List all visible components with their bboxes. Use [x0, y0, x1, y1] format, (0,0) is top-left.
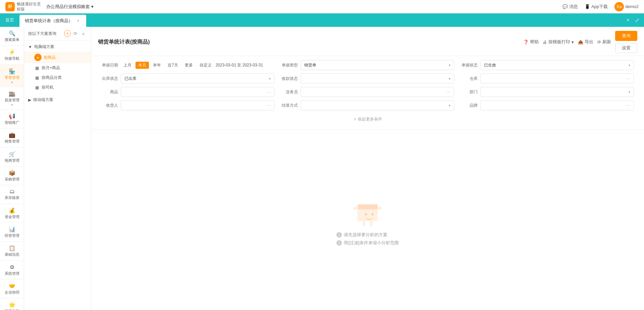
sidebar-item-search[interactable]: 🔍 搜索菜单	[0, 27, 24, 46]
more-icon: ···	[446, 89, 450, 95]
refresh-btn[interactable]: ⟳ 刷新	[597, 39, 611, 45]
sidebar-item-retail[interactable]: 🏪 零售管理 ▲	[0, 65, 24, 87]
content-area: 按以下方案查询 + ⟳ « ▼ 电脑端方案 ● 按商品 ▦ 按月+	[24, 27, 644, 310]
quicknav-icon: ⚡	[9, 49, 15, 55]
sidebar: 🔍 搜索菜单 ⚡ 快捷导航 🏪 零售管理 ▲ 🏬 批发管理 ▲ 📢 营销推广 💼…	[0, 27, 24, 310]
tab-bar-right: × ⤢	[625, 13, 644, 27]
header-right: 💬 消息 📱 App下载 Ea demo2	[562, 2, 639, 11]
top-header: 好 畅捷通好生意 标版 办公用品行业模拟账套 ▾ 💬 消息 📱 App下载 Ea…	[0, 0, 644, 13]
sidebar-item-inventory[interactable]: 🗂 库存核算	[0, 185, 24, 204]
tab-close-icon[interactable]: ×	[75, 18, 81, 23]
user-profile[interactable]: Ea demo2	[614, 2, 639, 11]
department-select[interactable]: ▾	[480, 87, 634, 97]
retail-icon: 🏪	[9, 68, 15, 74]
collapse-filter-btn[interactable]: ∧ 收起更多条件	[351, 114, 384, 124]
sidebar-item-basic[interactable]: 📋 基础信息	[0, 242, 24, 260]
sidebar-item-marketing[interactable]: 📢 营销推广	[0, 110, 24, 128]
date-tab-this-month[interactable]: 本月	[136, 62, 149, 69]
product-select[interactable]: ···	[121, 87, 274, 97]
chevron-down-icon: ▾	[629, 90, 630, 94]
receiver-select[interactable]: ···	[121, 100, 274, 110]
svg-rect-6	[354, 207, 358, 210]
sidebar-item-sales[interactable]: 💼 销售管理	[0, 128, 24, 147]
message-icon: 💬	[562, 4, 568, 9]
window-close-btn[interactable]: ×	[625, 16, 632, 24]
operation-icon: 📊	[9, 226, 15, 232]
sidebar-item-newbie[interactable]: 🌟 新手引导	[0, 298, 24, 310]
main-layout: 🔍 搜索菜单 ⚡ 快捷导航 🏪 零售管理 ▲ 🏬 批发管理 ▲ 📢 营销推广 💼…	[0, 27, 644, 310]
out-status-select[interactable]: 已出库 ▾	[121, 73, 274, 84]
desktop-scheme-header[interactable]: ▼ 电脑端方案	[24, 42, 91, 52]
message-action[interactable]: 💬 消息	[562, 4, 578, 10]
sidebar-item-purchase[interactable]: 📦 采购管理	[0, 166, 24, 185]
warehouse-select[interactable]: ···	[480, 73, 634, 84]
date-tab-7days[interactable]: 近7天	[165, 62, 181, 69]
sidebar-item-system[interactable]: ⚙ 系统管理	[0, 261, 24, 279]
tab-home[interactable]: 首页	[0, 13, 19, 27]
sidebar-item-operation[interactable]: 📊 经营管理	[0, 223, 24, 242]
sidebar-item-ecommerce[interactable]: 🛒 电商管理	[0, 148, 24, 166]
refresh-scheme-icon[interactable]: ⟳	[72, 30, 79, 37]
scheme-icon: ▦	[34, 85, 40, 90]
help-link[interactable]: ❓ 帮助	[523, 39, 539, 45]
enterprise-icon: 🤝	[9, 283, 15, 289]
industry-selector[interactable]: 办公用品行业模拟账套 ▾	[44, 2, 96, 11]
chevron-down-icon: ▾	[449, 63, 450, 67]
ecommerce-icon: 🛒	[9, 151, 15, 157]
doc-type-select[interactable]: 销货单 ▾	[301, 60, 454, 70]
payment-select[interactable]: ▾	[301, 100, 454, 110]
sidebar-item-wholesale[interactable]: 🏬 批发管理 ▲	[0, 87, 24, 110]
scheme-by-month-product[interactable]: ▦ 按月+商品	[24, 63, 91, 73]
scheme-by-category[interactable]: ▦ 按商品分类	[24, 73, 91, 83]
svg-point-3	[372, 213, 374, 215]
help-icon: ❓	[523, 40, 529, 45]
active-scheme-dot: ●	[34, 54, 42, 61]
settings-button[interactable]: 设置	[615, 43, 637, 53]
date-tab-custom[interactable]: 自定义	[197, 62, 214, 69]
doc-type-filter-cell: 单据类型 销货单 ▾	[278, 60, 458, 70]
add-scheme-btn[interactable]: +	[64, 30, 71, 37]
empty-tip-2: 2 用[过滤]条件来缩小分析范围	[336, 240, 398, 246]
product-filter-cell: 商品 ···	[98, 87, 278, 97]
app-download-action[interactable]: 📱 App下载	[585, 4, 608, 10]
tab-sales-stats[interactable]: 销货单统计表（按商品） ×	[19, 15, 86, 27]
content-actions: ❓ 帮助 🖨 按模板打印 ▾ 📤 导出 ⟳ 刷新	[523, 31, 637, 53]
receipt-status-select[interactable]: ▾	[301, 73, 454, 84]
query-button[interactable]: 查询	[615, 31, 637, 41]
salesperson-select[interactable]: ···	[301, 87, 454, 97]
date-tab-last-month[interactable]: 上月	[121, 62, 134, 69]
scheme-by-product[interactable]: ● 按商品	[24, 52, 91, 63]
marketing-icon: 📢	[9, 113, 15, 119]
collapse-panel-icon[interactable]: «	[80, 30, 87, 37]
print-chevron-icon: ▾	[572, 40, 574, 45]
date-tab-this-year[interactable]: 本年	[150, 62, 164, 69]
window-maximize-btn[interactable]: ⤢	[633, 16, 641, 25]
export-btn[interactable]: 📤 导出	[578, 39, 593, 45]
export-icon: 📤	[578, 40, 583, 45]
print-btn[interactable]: 🖨 按模板打印 ▾	[543, 39, 574, 45]
sidebar-item-quicknav[interactable]: ⚡ 快捷导航	[0, 46, 24, 64]
doc-status-select[interactable]: 已生效 ▾	[480, 60, 634, 70]
scheme-by-warehouse[interactable]: ▦ 按司机	[24, 83, 91, 92]
date-tab-more[interactable]: 更多	[182, 62, 196, 69]
more-icon: ···	[626, 103, 630, 108]
doc-status-filter-cell: 单据状态 已生效 ▾	[458, 60, 637, 70]
brand-select[interactable]: ···	[480, 100, 634, 110]
logo-text: 畅捷通好生意 标版	[17, 2, 41, 11]
mobile-scheme-group: ▶ 移动端方案	[24, 94, 91, 106]
receipt-status-filter-cell: 收款状态 ▾	[278, 73, 458, 84]
print-icon: 🖨	[543, 40, 547, 45]
system-icon: ⚙	[10, 264, 14, 270]
chevron-down-icon: ▼	[28, 45, 32, 49]
mobile-scheme-header[interactable]: ▶ 移动端方案	[24, 95, 91, 105]
brand-filter-cell: 品牌 ···	[458, 100, 637, 110]
panel-header: 按以下方案查询 + ⟳ «	[24, 27, 91, 41]
sidebar-item-finance[interactable]: 💰 资金管理	[0, 204, 24, 223]
chevron-down-icon: ▾	[449, 77, 450, 81]
filter-section: 单据日期 上月 本月 本年 近7天 更多 自定义 2023-03-01 至 20…	[91, 56, 644, 130]
sidebar-item-enterprise[interactable]: 🤝 企业协同	[0, 279, 24, 298]
logo-icon: 好	[5, 2, 15, 11]
desktop-scheme-group: ▼ 电脑端方案 ● 按商品 ▦ 按月+商品 ▦ 按商品分类 ▦ 按司机	[24, 41, 91, 94]
wholesale-arrow: ▲	[11, 103, 13, 106]
finance-icon: 💰	[9, 207, 15, 214]
